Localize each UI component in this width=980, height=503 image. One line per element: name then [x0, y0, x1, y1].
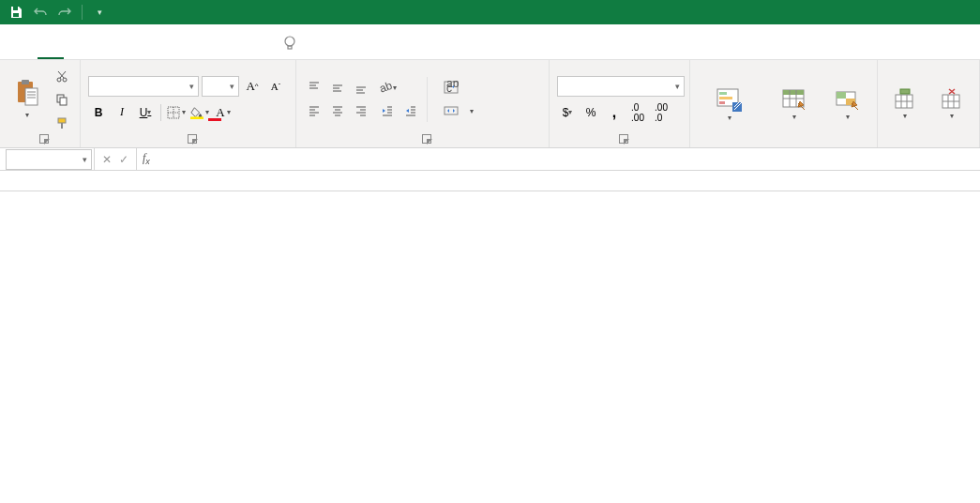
ribbon: ▾ ▾ ▾ A^ Aˇ B I U ▾ ▾ ▾ [0, 60, 980, 148]
borders-icon [167, 106, 180, 119]
tab-formulas[interactable] [116, 43, 143, 59]
tab-help[interactable] [248, 43, 274, 59]
insert-cells-button[interactable]: ▾ [885, 87, 925, 120]
group-clipboard: ▾ [0, 60, 81, 147]
accounting-format-button[interactable]: $ ▾ [557, 102, 578, 123]
insert-cells-icon [893, 87, 917, 112]
paste-button[interactable]: ▾ [8, 69, 46, 130]
conditional-formatting-button[interactable]: ▾ [698, 85, 761, 122]
font-size-combo[interactable]: ▾ [202, 76, 239, 97]
font-dialog-launcher[interactable] [188, 134, 197, 144]
svg-point-2 [285, 37, 294, 46]
bold-button[interactable]: B [88, 102, 109, 123]
fx-icon[interactable]: fx [137, 151, 156, 166]
decrease-indent-button[interactable] [377, 100, 398, 121]
tab-insert[interactable] [64, 43, 90, 59]
alignment-dialog-launcher[interactable] [422, 134, 431, 144]
redo-icon[interactable] [54, 2, 75, 23]
tab-data[interactable] [143, 43, 169, 59]
svg-rect-55 [719, 92, 727, 95]
svg-rect-60 [783, 90, 804, 95]
format-painter-button[interactable] [52, 113, 72, 133]
svg-rect-19 [190, 116, 204, 119]
save-icon[interactable] [6, 2, 26, 23]
percent-format-button[interactable]: % [580, 102, 601, 123]
group-number: ▾ $ ▾ % , .0.00 .00.0 [550, 60, 690, 147]
svg-rect-13 [60, 98, 67, 105]
svg-rect-0 [13, 7, 18, 10]
svg-rect-57 [719, 101, 725, 104]
decrease-decimal-button[interactable]: .00.0 [651, 102, 671, 123]
svg-rect-5 [22, 80, 29, 84]
increase-decimal-button[interactable]: .0.00 [627, 102, 648, 123]
svg-point-10 [57, 78, 61, 82]
group-styles: ▾ ▾ ▾ [690, 60, 878, 147]
wrap-text-button[interactable]: abc [439, 77, 478, 98]
fill-color-button[interactable]: ▾ [189, 102, 210, 123]
name-box[interactable]: ▾ [6, 149, 92, 170]
align-left-button[interactable] [304, 100, 324, 121]
decrease-font-button[interactable]: Aˇ [265, 76, 286, 97]
copy-button[interactable] [52, 89, 72, 110]
svg-rect-65 [837, 92, 846, 99]
formula-input[interactable] [156, 148, 980, 170]
number-format-combo[interactable]: ▾ [557, 76, 685, 97]
tab-home[interactable] [38, 41, 64, 59]
enter-formula-icon[interactable]: ✓ [119, 153, 128, 166]
tab-developer[interactable] [221, 43, 248, 59]
increase-indent-button[interactable] [400, 100, 421, 121]
svg-rect-15 [61, 123, 63, 129]
wrap-text-icon: abc [444, 81, 459, 94]
increase-font-button[interactable]: A^ [242, 76, 263, 97]
cell-styles-button[interactable]: ▾ [827, 86, 869, 121]
cut-button[interactable] [52, 66, 72, 86]
quick-access-toolbar: ▾ [6, 2, 110, 23]
borders-button[interactable]: ▾ [166, 102, 187, 123]
font-name-combo[interactable]: ▾ [88, 76, 199, 97]
comma-format-button[interactable]: , [604, 102, 625, 123]
merge-center-button[interactable]: ▾ [439, 100, 478, 121]
group-cells: ▾ ▾ [878, 60, 980, 147]
italic-button[interactable]: I [112, 102, 132, 123]
undo-icon[interactable] [30, 2, 51, 23]
align-right-button[interactable] [351, 100, 371, 121]
font-color-button[interactable]: A▾ [213, 102, 234, 123]
align-bottom-button[interactable] [351, 77, 371, 98]
align-middle-button[interactable] [327, 77, 348, 98]
align-center-button[interactable] [327, 100, 348, 121]
cancel-formula-icon[interactable]: ✕ [102, 153, 112, 166]
conditional-formatting-icon [716, 85, 744, 114]
cell-styles-icon [835, 86, 861, 113]
svg-point-11 [63, 78, 67, 82]
title-bar: ▾ [0, 0, 980, 24]
orientation-button[interactable]: ab▾ [377, 77, 398, 98]
tab-review[interactable] [169, 43, 195, 59]
tab-view[interactable] [195, 43, 221, 59]
merge-icon [444, 104, 459, 117]
customize-qat-icon[interactable]: ▾ [89, 2, 110, 23]
paste-icon [15, 79, 39, 107]
align-top-button[interactable] [304, 77, 324, 98]
group-font: ▾ ▾ A^ Aˇ B I U ▾ ▾ ▾ A▾ [81, 60, 296, 147]
fill-icon [190, 106, 204, 119]
format-as-table-button[interactable]: ▾ [769, 86, 820, 121]
clipboard-dialog-launcher[interactable] [39, 134, 49, 144]
scissors-icon [55, 69, 68, 83]
tell-me-search[interactable] [283, 36, 302, 59]
svg-text:c: c [446, 82, 452, 94]
svg-rect-3 [288, 46, 292, 49]
tab-file[interactable] [11, 43, 38, 59]
svg-rect-53 [445, 107, 458, 114]
brush-icon [55, 116, 68, 130]
underline-button[interactable]: U ▾ [135, 102, 156, 123]
svg-rect-56 [719, 97, 732, 99]
svg-rect-71 [900, 89, 910, 94]
tab-page-layout[interactable] [90, 43, 116, 59]
copy-icon [55, 93, 68, 106]
delete-cells-button[interactable]: ▾ [932, 87, 972, 120]
table-icon [781, 86, 807, 113]
svg-text:ab: ab [378, 81, 393, 94]
lightbulb-icon [283, 36, 296, 51]
delete-cells-icon [940, 87, 964, 112]
number-dialog-launcher[interactable] [619, 134, 628, 144]
